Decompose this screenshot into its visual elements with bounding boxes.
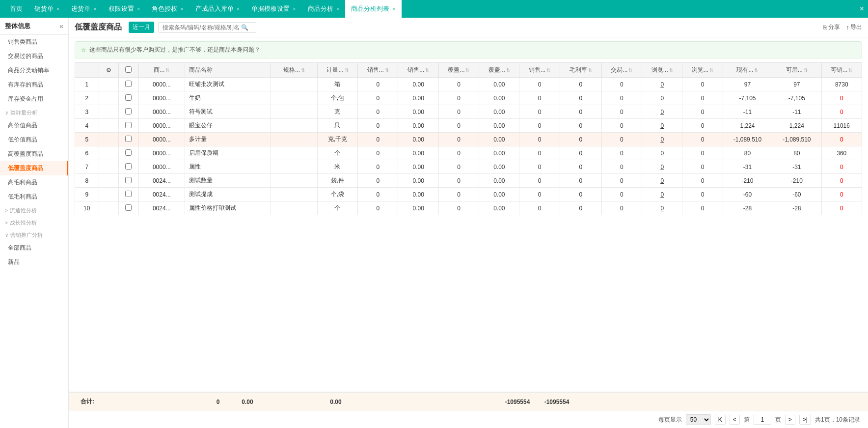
time-filter-button[interactable]: 近一月 (129, 22, 154, 33)
col-header-browse2[interactable]: 浏览...⇅ (682, 63, 723, 78)
sidebar-item-high-profit[interactable]: 高毛利商品 (0, 175, 68, 190)
nav-sales[interactable]: 销货单 × (28, 0, 65, 18)
sidebar-item-stocked-goods[interactable]: 有库存的商品 (0, 78, 68, 92)
cell-gear[interactable] (99, 146, 118, 160)
nav-analysis[interactable]: 商品分析 × (302, 0, 345, 18)
col-header-stock[interactable]: 现有...⇅ (723, 63, 772, 78)
cell-checkbox[interactable] (119, 91, 138, 105)
sidebar-section-flow[interactable]: > 流通性分析 (0, 204, 68, 216)
close-icon[interactable]: × (336, 6, 339, 12)
sidebar-section-cluster[interactable]: ∨ 类群量分析 (0, 106, 68, 118)
row-checkbox[interactable] (125, 191, 132, 197)
search-input[interactable] (163, 24, 241, 31)
sidebar-item-capital[interactable]: 库存资金占用 (0, 92, 68, 106)
col-header-unit[interactable]: 计量...⇅ (317, 63, 357, 78)
cell-checkbox[interactable] (119, 146, 138, 160)
cell-gear[interactable] (99, 91, 118, 105)
last-page-button[interactable]: >| (799, 415, 811, 425)
row-checkbox[interactable] (125, 136, 132, 142)
sidebar-toggle-button[interactable]: « (59, 22, 63, 30)
sidebar-item-low-coverage[interactable]: 低覆盖度商品 (0, 161, 68, 175)
sidebar-item-new-goods[interactable]: 新品 (0, 255, 68, 269)
cell-checkbox[interactable] (119, 174, 138, 188)
sidebar-section-growth[interactable]: > 成长性分析 (0, 216, 68, 228)
nav-template[interactable]: 单据模板设置 × (245, 0, 301, 18)
cell-gear[interactable] (99, 188, 118, 201)
col-header-sales-amt[interactable]: 销售...⇅ (398, 63, 438, 78)
col-header-sales-qty[interactable]: 销售...⇅ (358, 63, 398, 78)
cell-checkbox[interactable] (119, 160, 138, 174)
prev-page-button[interactable]: < (730, 415, 740, 425)
export-button[interactable]: ↑ 导出 (846, 23, 862, 31)
page-number-input[interactable] (754, 415, 771, 425)
row-checkbox[interactable] (125, 163, 132, 170)
cell-checkbox[interactable] (119, 133, 138, 146)
cell-gear[interactable] (99, 160, 118, 174)
sidebar-section-marketing[interactable]: ∨ 营销推广分析 (0, 228, 68, 241)
cell-browse1[interactable]: 0 (642, 91, 682, 105)
cell-browse1[interactable]: 0 (642, 133, 682, 146)
cell-browse1[interactable]: 0 (642, 160, 682, 174)
col-header-browse1[interactable]: 浏览...⇅ (642, 63, 682, 78)
row-checkbox[interactable] (125, 149, 132, 156)
row-checkbox[interactable] (125, 122, 132, 128)
table-wrapper[interactable]: ⚙ 商...⇅ 商品名称 规格...⇅ 计量...⇅ 销售...⇅ 销售...⇅… (75, 62, 862, 392)
col-header-name[interactable]: 商品名称 (185, 63, 271, 78)
col-header-gear[interactable]: ⚙ (99, 63, 118, 78)
next-page-button[interactable]: > (785, 415, 795, 425)
nav-home[interactable]: 首页 (4, 0, 28, 18)
close-icon[interactable]: × (93, 6, 96, 12)
cell-gear[interactable] (99, 119, 118, 133)
cell-checkbox[interactable] (119, 201, 138, 215)
col-header-spec[interactable]: 规格...⇅ (271, 63, 317, 78)
sidebar-item-low-value[interactable]: 低价值商品 (0, 133, 68, 147)
first-page-button[interactable]: K (715, 415, 726, 425)
cell-browse1[interactable]: 0 (642, 174, 682, 188)
nav-analysis-list[interactable]: 商品分析列表 × (345, 0, 401, 18)
cell-gear[interactable] (99, 105, 118, 119)
cell-browse1[interactable]: 0 (642, 201, 682, 215)
search-icon[interactable]: 🔍 (241, 24, 248, 31)
close-icon[interactable]: × (180, 6, 183, 12)
col-header-sku[interactable]: 商...⇅ (138, 63, 185, 78)
cell-checkbox[interactable] (119, 119, 138, 133)
sidebar-item-traded-goods[interactable]: 交易过的商品 (0, 49, 68, 63)
sidebar-item-low-profit[interactable]: 低毛利商品 (0, 190, 68, 204)
row-checkbox[interactable] (125, 177, 132, 183)
cell-browse1[interactable]: 0 (642, 105, 682, 119)
cell-checkbox[interactable] (119, 105, 138, 119)
col-header-checkbox[interactable] (119, 63, 138, 78)
share-button[interactable]: ⎘ 分享 (823, 23, 840, 31)
cell-browse1[interactable]: 0 (642, 119, 682, 133)
col-header-sales3[interactable]: 销售...⇅ (519, 63, 560, 78)
col-header-coverage1[interactable]: 覆盖...⇅ (438, 63, 479, 78)
cell-gear[interactable] (99, 201, 118, 215)
sidebar-item-high-coverage[interactable]: 高覆盖度商品 (0, 147, 68, 161)
row-checkbox[interactable] (125, 108, 132, 114)
col-header-avail[interactable]: 可用...⇅ (772, 63, 821, 78)
sidebar-item-all-goods[interactable]: 全部商品 (0, 241, 68, 255)
cell-checkbox[interactable] (119, 188, 138, 201)
cell-browse1[interactable]: 0 (642, 146, 682, 160)
sidebar-item-sales-goods[interactable]: 销售类商品 (0, 35, 68, 49)
close-icon[interactable]: × (56, 6, 59, 12)
sidebar-item-category-rate[interactable]: 商品分类动销率 (0, 63, 68, 78)
col-header-coverage2[interactable]: 覆盖...⇅ (479, 63, 519, 78)
row-checkbox[interactable] (125, 204, 132, 211)
col-header-trade[interactable]: 交易...⇅ (601, 63, 642, 78)
cell-browse1[interactable]: 0 (642, 78, 682, 91)
close-icon[interactable]: × (392, 6, 395, 12)
select-all-checkbox[interactable] (125, 66, 132, 73)
row-checkbox[interactable] (125, 81, 132, 87)
cell-gear[interactable] (99, 78, 118, 91)
nav-finished[interactable]: 产成品入库单 × (190, 0, 245, 18)
cell-browse1[interactable]: 0 (642, 188, 682, 201)
nav-role[interactable]: 角色授权 × (146, 0, 189, 18)
col-header-gross-rate[interactable]: 毛利率⇅ (560, 63, 601, 78)
sidebar-item-high-value[interactable]: 高价值商品 (0, 118, 68, 133)
close-all-button[interactable]: × (860, 4, 864, 13)
close-icon[interactable]: × (293, 6, 296, 12)
nav-purchase[interactable]: 进货单 × (65, 0, 102, 18)
close-icon[interactable]: × (137, 6, 140, 12)
cell-gear[interactable] (99, 133, 118, 146)
